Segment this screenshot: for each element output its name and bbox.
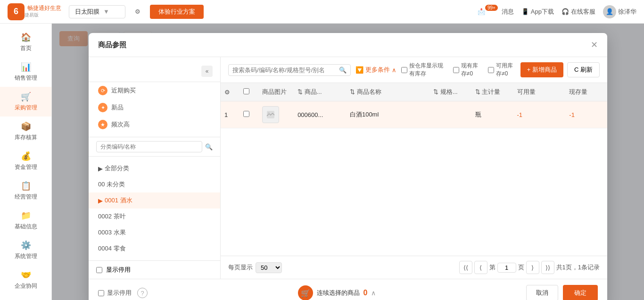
avatar: 👤 [603,5,616,18]
tree-item-0004[interactable]: 0004 零食 [89,241,220,257]
close-icon[interactable]: ✕ [591,40,598,50]
settings-icon[interactable]: ⚙ [130,4,145,19]
tree-item-uncategorized[interactable]: 00 未分类 [89,176,220,192]
footer-disabled-checkbox[interactable] [98,290,104,296]
modal-body: « ⟳ 近期购买 ✦ 新品 ★ [89,57,607,279]
expand-icon-0001: ▶ [98,197,103,204]
tree-label-0004: 0004 零食 [98,244,126,253]
sidebar-item-guide[interactable]: 🎓 新手引导 [0,295,51,300]
left-panel-footer: 显示停用 [89,260,220,279]
more-filters-button[interactable]: 🔽 更多条件 ∧ [355,66,396,74]
frequent-item[interactable]: ★ 频次高 [89,116,220,133]
sidebar-item-sales[interactable]: 📊 销售管理 [0,57,51,87]
category-tree: ▶ 全部分类 00 未分类 ▶ 0001 酒水 0002 茶 [89,157,220,260]
recent-purchase-item[interactable]: ⟳ 近期购买 [89,82,220,99]
modal-footer: 显示停用 ? 🛒 连续选择的商品 0 ∧ 取消 确定 [89,279,607,300]
trial-button[interactable]: 体验行业方案 [150,5,204,19]
home-icon: 🏠 [21,32,31,42]
category-search-icon[interactable]: 🔍 [205,143,213,150]
cart-icon[interactable]: 🛒 [298,285,313,300]
collapse-cart-icon[interactable]: ∧ [371,289,376,297]
sidebar-item-collab[interactable]: 🤝 企业协同 [0,265,51,295]
col-checkbox[interactable] [239,83,258,101]
recent-icon: ⟳ [98,86,107,95]
first-page-button[interactable]: ⟨⟨ [459,261,472,274]
page-of: 页 [518,263,524,272]
warehouse-selector[interactable]: 日太阳膜 ▼ [69,5,125,18]
col-unit-header[interactable]: ⇅ 主计量 [471,83,513,101]
page-input[interactable] [497,263,516,273]
stock-filter-label: 现有库存≠0 [461,62,480,78]
product-table: ⚙ 商品图片 ⇅ 商品... ⇅ 商品名称 [221,83,607,128]
pager: ⟨⟨ ⟨ 第 页 ⟩ ⟩⟩ 共1页，1条记录 [459,261,600,274]
new-product-item[interactable]: ✦ 新品 [89,99,220,116]
sidebar-item-business[interactable]: 📋 经营管理 [0,176,51,206]
next-page-button[interactable]: ⟩ [526,261,539,274]
user-profile[interactable]: 👤 徐泽华 [603,5,636,18]
category-search-input[interactable] [96,141,202,152]
col-code-header[interactable]: ⇅ 商品... [294,83,346,101]
available-checkbox[interactable] [488,67,494,73]
tree-label-0002: 0002 茶叶 [98,212,126,221]
col-available-header[interactable]: 可用量 [513,83,566,101]
left-panel: « ⟳ 近期购买 ✦ 新品 ★ [89,57,221,279]
logo: 6 畅捷通好生意 捷易版 [8,3,61,20]
col-stock-header: 现存量 [565,83,607,101]
prev-page-button[interactable]: ⟨ [474,261,487,274]
recent-label: 近期购买 [111,86,136,95]
inventory-icon: 📦 [21,121,31,132]
select-all-checkbox[interactable] [243,88,249,94]
warehouse-checkbox[interactable] [401,67,407,73]
app-download-button[interactable]: 📱 App下载 [521,8,554,16]
col-name-header[interactable]: ⇅ 商品名称 [346,83,429,101]
app-download-label: App下载 [531,8,554,16]
system-icon: ⚙️ [21,240,31,250]
sidebar-label-basic: 基础信息 [15,223,37,231]
right-actions: + 新增商品 C 刷新 [520,62,600,77]
phone-icon: 📱 [521,8,529,15]
per-page: 每页显示 50 100 200 [228,262,282,273]
sidebar-item-system[interactable]: ⚙️ 系统管理 [0,235,51,265]
sidebar-item-basic[interactable]: 📁 基础信息 [0,206,51,235]
confirm-button[interactable]: 确定 [563,285,598,300]
main-layout: 🏠 首页 📊 销售管理 🛒 采购管理 📦 库存核算 💰 资金管理 📋 经营管理 … [0,24,644,300]
col-gear[interactable]: ⚙ [221,83,239,101]
help-icon[interactable]: ? [137,288,148,298]
sidebar-item-finance[interactable]: 💰 资金管理 [0,146,51,176]
row-select-checkbox[interactable] [243,111,249,117]
search-icon[interactable]: 🔍 [339,67,347,74]
footer-disabled-label: 显示停用 [107,289,132,297]
tree-item-all[interactable]: ▶ 全部分类 [89,160,220,176]
sidebar-label-purchase: 采购管理 [15,104,37,112]
tree-item-0005[interactable]: 0005 饮料 [89,257,220,260]
refresh-button[interactable]: C 刷新 [567,62,600,77]
cart-label: 连续选择的商品 [317,289,360,297]
add-product-button[interactable]: + 新增商品 [520,62,563,77]
sidebar-item-purchase[interactable]: 🛒 采购管理 [0,87,51,117]
product-search-input[interactable] [232,67,337,74]
col-image-header: 商品图片 [258,83,294,101]
sidebar-item-inventory[interactable]: 📦 库存核算 [0,117,51,146]
per-page-select[interactable]: 50 100 200 [256,262,282,273]
row-checkbox[interactable] [239,101,258,128]
sales-icon: 📊 [21,62,31,72]
sidebar-label-home: 首页 [20,44,32,52]
table-row[interactable]: 1 000600... 白酒100ml [221,101,607,128]
tree-item-0003[interactable]: 0003 水果 [89,225,220,241]
product-reference-modal: 商品参照 ✕ « ⟳ 近期购买 [89,33,607,300]
service-button[interactable]: 🎧 在线客服 [561,8,595,16]
sidebar-label-inventory: 库存核算 [15,133,37,142]
cancel-button[interactable]: 取消 [526,285,558,300]
show-disabled-checkbox[interactable] [96,267,102,273]
col-spec-header[interactable]: ⇅ 规格... [429,83,471,101]
sidebar-label-finance: 资金管理 [15,163,37,171]
messages-button[interactable]: 📩 99+ 消息 [478,8,514,16]
modal-header: 商品参照 ✕ [89,33,607,57]
stock-filter: 现有库存≠0 [453,62,480,78]
last-page-button[interactable]: ⟩⟩ [541,261,554,274]
stock-checkbox[interactable] [453,67,459,73]
collapse-button[interactable]: « [201,66,213,77]
tree-item-0002[interactable]: 0002 茶叶 [89,208,220,225]
tree-item-0001[interactable]: ▶ 0001 酒水 [89,192,220,208]
sidebar-item-home[interactable]: 🏠 首页 [0,27,51,57]
